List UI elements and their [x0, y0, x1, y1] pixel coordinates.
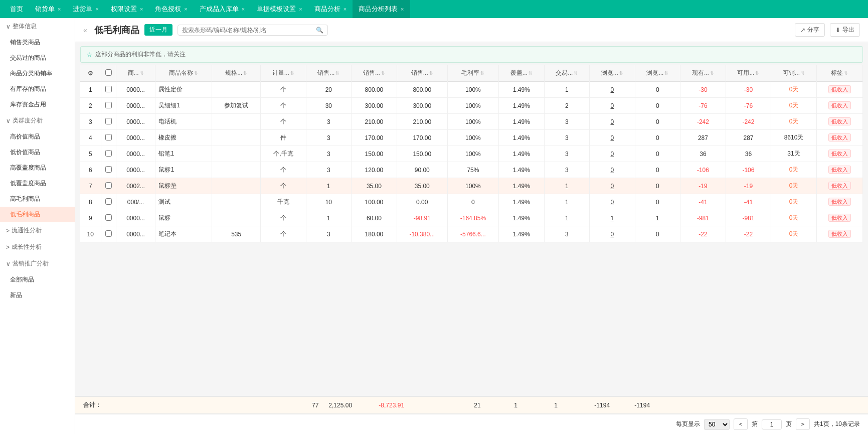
table-row: 3 0000... 电话机 个 3 210.00 210.00 100% 1.4… — [80, 114, 863, 130]
row-name: 测试 — [155, 194, 212, 210]
row-checkbox[interactable] — [105, 182, 112, 189]
row-sales-qty: 1 — [306, 210, 352, 226]
row-coverage: 1.49% — [499, 82, 545, 98]
prev-page-button[interactable]: ＜ — [734, 418, 748, 430]
row-current-stock: -76 — [680, 98, 726, 114]
row-code: 0002... — [116, 178, 155, 194]
page-label2: 页 — [786, 420, 792, 428]
nav-product-inbound[interactable]: 产成品入库单 × — [194, 0, 251, 18]
filter-period-button[interactable]: 近一月 — [144, 24, 172, 36]
nav-permission-settings[interactable]: 权限设置 × — [105, 0, 149, 18]
row-sales-amount: 35.00 — [397, 178, 447, 194]
row-sales-amount: 800.00 — [397, 82, 447, 98]
row-view2: 0 — [635, 162, 680, 178]
row-checkbox-cell — [101, 98, 116, 114]
nav-product-analysis-list[interactable]: 商品分析列表 × — [353, 0, 410, 18]
close-purchase-order-icon[interactable]: × — [95, 6, 98, 12]
row-saleable: 0天 — [771, 178, 817, 194]
sidebar-item-new-products[interactable]: 新品 — [0, 287, 75, 303]
table-row: 5 0000... 铅笔1 个,千克 3 150.00 150.00 100% … — [80, 146, 863, 162]
row-checkbox[interactable] — [105, 102, 112, 108]
row-name: 属性定价 — [155, 82, 212, 98]
sidebar-section-marketing[interactable]: ∨ 营销推广分析 — [0, 255, 75, 272]
nav-product-analysis[interactable]: 商品分析 × — [308, 0, 353, 18]
per-page-select[interactable]: 50 20 100 — [704, 419, 730, 430]
row-trade-count: 3 — [544, 226, 590, 242]
row-unit: 个,千克 — [261, 146, 306, 162]
col-current-stock: 现有...⇅ — [680, 65, 726, 82]
sidebar-item-low-coverage[interactable]: 低覆盖度商品 — [0, 176, 75, 191]
row-checkbox[interactable] — [105, 134, 112, 140]
row-coverage: 1.49% — [499, 146, 545, 162]
current-page-input[interactable] — [762, 419, 782, 429]
row-trade-count: 2 — [544, 98, 590, 114]
sidebar-item-low-value[interactable]: 低价值商品 — [0, 144, 75, 160]
nav-purchase-order[interactable]: 进货单 × — [67, 0, 104, 18]
row-tag: 低收入 — [816, 162, 862, 178]
select-all-checkbox[interactable] — [105, 69, 112, 76]
section-arrow-cluster: ∨ — [6, 117, 11, 124]
export-icon: ⬇ — [835, 27, 840, 34]
row-no: 4 — [80, 130, 101, 146]
share-button[interactable]: ↗ 分享 — [795, 23, 825, 37]
row-spec — [212, 114, 261, 130]
close-product-analysis-icon[interactable]: × — [343, 6, 346, 12]
sidebar-section-overview[interactable]: ∨ 整体信息 — [0, 18, 75, 35]
row-checkbox[interactable] — [105, 198, 112, 205]
sidebar-item-low-margin[interactable]: 低毛利商品 — [0, 207, 75, 222]
export-button[interactable]: ⬇ 导出 — [830, 23, 860, 37]
row-checkbox[interactable] — [105, 118, 112, 124]
search-input[interactable] — [182, 27, 316, 34]
sidebar-item-category-sales-rate[interactable]: 商品分类助销率 — [0, 66, 75, 81]
sidebar-section-liquidity[interactable]: > 流通性分析 — [0, 222, 75, 239]
row-checkbox[interactable] — [105, 150, 112, 157]
row-view2: 1 — [635, 210, 680, 226]
page-label: 第 — [752, 420, 758, 428]
sidebar-item-high-coverage[interactable]: 高覆盖度商品 — [0, 160, 75, 176]
sidebar-section-cluster[interactable]: ∨ 类群度分析 — [0, 112, 75, 129]
close-permission-settings-icon[interactable]: × — [140, 6, 143, 12]
row-checkbox[interactable] — [105, 86, 112, 92]
row-checkbox[interactable] — [105, 214, 112, 221]
sidebar-item-stock-capital[interactable]: 库存资金占用 — [0, 97, 75, 112]
total-sales-amount: -8,723.91 — [379, 402, 424, 409]
sidebar-item-traded-products[interactable]: 交易过的商品 — [0, 50, 75, 66]
sidebar-item-sales-products[interactable]: 销售类商品 — [0, 35, 75, 50]
row-checkbox-cell — [101, 114, 116, 130]
row-sales-amount: 90.00 — [397, 162, 447, 178]
table-footer: 合计： 77 2,125.00 -8,723.91 21 1 1 -1194 -… — [75, 396, 868, 414]
row-name: 吴细细1 — [155, 98, 212, 114]
top-navigation: 首页 销货单 × 进货单 × 权限设置 × 角色授权 × 产成品入库单 × 单据… — [0, 0, 868, 18]
row-sales-amount: -98.91 — [397, 210, 447, 226]
nav-role-auth[interactable]: 角色授权 × — [149, 0, 193, 18]
sidebar-item-high-margin[interactable]: 高毛利商品 — [0, 191, 75, 207]
row-available: -30 — [726, 82, 771, 98]
close-sales-order-icon[interactable]: × — [58, 6, 61, 12]
nav-sales-order[interactable]: 销货单 × — [29, 0, 67, 18]
col-saleable: 可销...⇅ — [771, 65, 817, 82]
sidebar-item-all-products[interactable]: 全部商品 — [0, 272, 75, 287]
row-coverage: 1.49% — [499, 210, 545, 226]
row-coverage: 1.49% — [499, 162, 545, 178]
col-settings[interactable]: ⚙ — [80, 65, 101, 82]
total-current-stock: -1194 — [594, 402, 624, 409]
close-product-inbound-icon[interactable]: × — [242, 6, 245, 12]
row-sales-price: 210.00 — [352, 114, 397, 130]
next-page-button[interactable]: ＞ — [796, 418, 810, 430]
row-saleable: 0天 — [771, 226, 817, 242]
sidebar-item-high-value[interactable]: 高价值商品 — [0, 129, 75, 144]
sidebar-item-stocked-products[interactable]: 有库存的商品 — [0, 81, 75, 97]
close-template-settings-icon[interactable]: × — [299, 6, 302, 12]
col-gross-margin: 毛利率⇅ — [447, 65, 498, 82]
close-role-auth-icon[interactable]: × — [184, 6, 187, 12]
sidebar-section-growth[interactable]: > 成长性分析 — [0, 239, 75, 255]
sidebar-collapse-btn[interactable]: « — [83, 26, 87, 34]
row-checkbox[interactable] — [105, 230, 112, 237]
nav-home[interactable]: 首页 — [4, 0, 29, 18]
nav-template-settings[interactable]: 单据模板设置 × — [251, 0, 308, 18]
row-checkbox[interactable] — [105, 166, 112, 173]
row-current-stock: 36 — [680, 146, 726, 162]
row-saleable: 0天 — [771, 210, 817, 226]
search-icon[interactable]: 🔍 — [316, 27, 323, 34]
close-product-analysis-list-icon[interactable]: × — [401, 6, 404, 12]
